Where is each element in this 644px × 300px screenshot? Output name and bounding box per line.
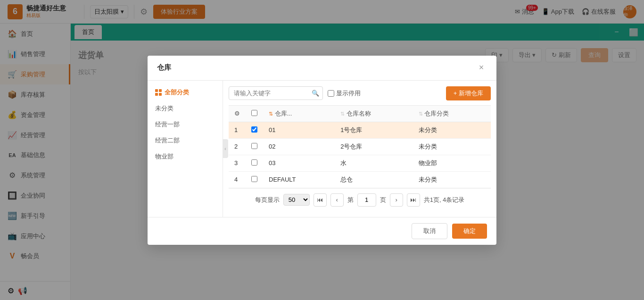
show-disabled-checkbox[interactable] bbox=[328, 90, 334, 97]
page-label: 第 bbox=[347, 196, 354, 204]
col-code[interactable]: ⇅ 仓库... bbox=[263, 105, 335, 122]
warehouse-table: ⚙ ⇅ 仓库... ⇅ bbox=[229, 105, 491, 188]
row-name: 水 bbox=[335, 155, 413, 171]
show-disabled-label[interactable]: 显示停用 bbox=[328, 89, 361, 98]
table-row[interactable]: 4 DEFAULT 总仓 未分类 bbox=[229, 171, 491, 188]
col-name[interactable]: ⇅ 仓库名称 bbox=[335, 105, 413, 122]
table-area: 🔍 显示停用 + 新增仓库 ⚙ bbox=[223, 81, 496, 217]
category-header[interactable]: 全部分类 bbox=[148, 84, 223, 100]
row-checkbox[interactable] bbox=[246, 171, 263, 188]
sort-icon-code: ⇅ bbox=[269, 111, 273, 117]
row-category: 未分类 bbox=[413, 171, 491, 188]
row-checkbox[interactable] bbox=[246, 155, 263, 171]
row-category: 未分类 bbox=[413, 138, 491, 155]
search-icon[interactable]: 🔍 bbox=[312, 90, 319, 97]
select-all-checkbox[interactable] bbox=[251, 110, 257, 116]
row-name: 总仓 bbox=[335, 171, 413, 188]
table-row[interactable]: 2 02 2号仓库 未分类 bbox=[229, 138, 491, 155]
modal-overlay: 仓库 × 全部分类 未分类 经 bbox=[0, 0, 644, 300]
table-row[interactable]: 1 01 1号仓库 未分类 bbox=[229, 122, 491, 138]
table-head: ⚙ ⇅ 仓库... ⇅ bbox=[229, 105, 491, 122]
confirm-button[interactable]: 确定 bbox=[452, 224, 487, 239]
row-code: 03 bbox=[263, 155, 335, 171]
category-collapse-button[interactable]: ‹ bbox=[223, 139, 228, 158]
row-code: 01 bbox=[263, 122, 335, 138]
col-settings: ⚙ bbox=[229, 105, 246, 122]
category-item-ops1[interactable]: 经营一部 bbox=[148, 117, 223, 133]
modal-title: 仓库 bbox=[157, 63, 171, 72]
modal-body: 全部分类 未分类 经营一部 经营二部 物业部 ‹ bbox=[148, 81, 496, 217]
modal-header: 仓库 × bbox=[148, 56, 496, 81]
row-name: 2号仓库 bbox=[335, 138, 413, 155]
page-unit: 页 bbox=[380, 196, 386, 204]
row-checkbox[interactable] bbox=[246, 138, 263, 155]
row-index: 4 bbox=[229, 171, 246, 188]
col-category[interactable]: ⇅ 仓库分类 bbox=[413, 105, 491, 122]
table-toolbar: 🔍 显示停用 + 新增仓库 bbox=[229, 86, 491, 100]
category-item-ops2[interactable]: 经营二部 bbox=[148, 133, 223, 149]
col-checkbox bbox=[246, 105, 263, 122]
add-warehouse-button[interactable]: + 新增仓库 bbox=[446, 86, 491, 100]
prev-page-button[interactable]: ‹ bbox=[330, 193, 344, 207]
modal-close-button[interactable]: × bbox=[476, 62, 487, 74]
grid-icon bbox=[155, 89, 162, 96]
search-wrap: 🔍 bbox=[229, 86, 323, 100]
row-index: 1 bbox=[229, 122, 246, 138]
table-header-row: ⚙ ⇅ 仓库... ⇅ bbox=[229, 105, 491, 122]
last-page-button[interactable]: ⏭ bbox=[407, 193, 420, 207]
all-categories-label: 全部分类 bbox=[165, 88, 189, 97]
modal-footer: 取消 确定 bbox=[148, 217, 496, 245]
page-size-label: 每页显示 bbox=[255, 196, 280, 204]
row-index: 3 bbox=[229, 155, 246, 171]
row-code: 02 bbox=[263, 138, 335, 155]
row-name: 1号仓库 bbox=[335, 122, 413, 138]
table-container: ⚙ ⇅ 仓库... ⇅ bbox=[229, 105, 491, 188]
sort-icon-name: ⇅ bbox=[340, 111, 345, 117]
cancel-button[interactable]: 取消 bbox=[412, 223, 447, 239]
row-index: 2 bbox=[229, 138, 246, 155]
table-body: 1 01 1号仓库 未分类 2 02 2号仓库 未分类 3 03 水 物业部 4… bbox=[229, 122, 491, 188]
search-input[interactable] bbox=[229, 86, 323, 100]
row-checkbox[interactable] bbox=[246, 122, 263, 138]
category-item-uncategorized[interactable]: 未分类 bbox=[148, 100, 223, 117]
page-size-select[interactable]: 50 10 20 100 bbox=[283, 194, 310, 206]
warehouse-modal: 仓库 × 全部分类 未分类 经 bbox=[148, 56, 496, 245]
row-category: 未分类 bbox=[413, 122, 491, 138]
first-page-button[interactable]: ⏮ bbox=[314, 193, 327, 207]
pagination: 每页显示 50 10 20 100 ⏮ ‹ 第 页 › ⏭ 共1页, 4条记录 bbox=[229, 188, 491, 211]
row-category: 物业部 bbox=[413, 155, 491, 171]
row-code: DEFAULT bbox=[263, 171, 335, 188]
category-item-property[interactable]: 物业部 bbox=[148, 149, 223, 165]
page-number-input[interactable] bbox=[357, 193, 376, 207]
table-row[interactable]: 3 03 水 物业部 bbox=[229, 155, 491, 171]
category-sidebar: 全部分类 未分类 经营一部 经营二部 物业部 ‹ bbox=[148, 81, 223, 217]
next-page-button[interactable]: › bbox=[390, 193, 403, 207]
total-info: 共1页, 4条记录 bbox=[424, 196, 465, 204]
sort-icon-category: ⇅ bbox=[419, 111, 423, 117]
